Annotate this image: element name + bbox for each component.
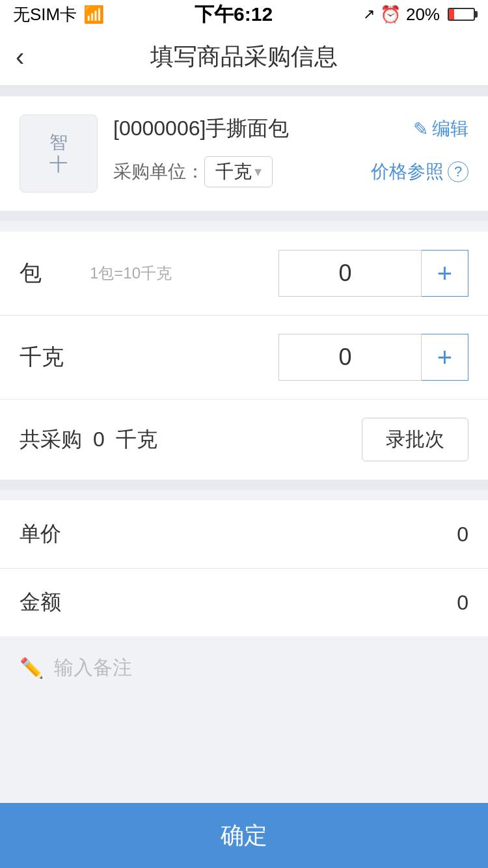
status-time: 下午6:12 [195,1,273,28]
kg-quantity-input[interactable] [278,334,422,381]
product-logo: 智 十 [49,131,68,175]
product-thumbnail: 智 十 [20,115,98,193]
status-bar: 无SIM卡 📶 下午6:12 ↗ ⏰ 20% [0,0,488,29]
price-section: 单价 0 金额 0 [0,500,488,636]
alarm-icon: ⏰ [380,5,401,25]
battery-icon [448,8,475,21]
wifi-icon: 📶 [83,5,104,25]
note-section[interactable]: ✏️ 输入备注 [0,636,488,699]
bag-plus-button[interactable]: + [422,250,468,297]
location-icon: ↗ [363,6,375,23]
amount-label: 金额 [20,588,61,617]
battery-percent: 20% [406,5,440,25]
kg-plus-button[interactable]: + [422,334,468,381]
nav-bar: ‹ 填写商品采购信息 [0,29,488,86]
status-right: ↗ ⏰ 20% [363,5,475,25]
bag-input-row: 包 1包=10千克 + [0,232,488,316]
bag-sublabel: 1包=10千克 [90,263,278,284]
bag-label: 包 [20,258,85,288]
unit-price-value: 0 [457,522,468,547]
chevron-down-icon: ▾ [254,163,262,180]
product-card: 智 十 [0000006]手撕面包 ✎ 编辑 采购单位： 千克 ▾ 价格参照 [0,96,488,211]
section-divider-1 [0,211,488,221]
product-name-row: [0000006]手撕面包 ✎ 编辑 [113,115,468,143]
unit-price-row: 单价 0 [0,500,488,569]
kg-input-control: + [278,334,468,381]
status-left: 无SIM卡 📶 [13,3,104,26]
unit-dropdown[interactable]: 千克 ▾ [204,156,273,187]
total-text: 共采购 0 千克 [20,426,157,454]
bag-input-control: + [278,250,468,297]
amount-value: 0 [457,591,468,615]
unit-label: 采购单位： [113,159,204,184]
unit-row: 采购单位： 千克 ▾ 价格参照 ? [113,156,468,187]
product-name: [0000006]手撕面包 [113,115,289,143]
note-placeholder: 输入备注 [54,655,132,681]
confirm-button[interactable]: 确定 [0,803,488,868]
unit-price-label: 单价 [20,520,61,549]
battery-fill [449,9,454,20]
price-ref-button[interactable]: 价格参照 ? [371,159,468,184]
pencil-icon: ✏️ [20,657,44,679]
back-button[interactable]: ‹ [16,42,24,72]
amount-row: 金额 0 [0,569,488,636]
kg-input-row: 千克 + [0,316,488,399]
edit-button[interactable]: ✎ 编辑 [413,116,468,141]
bag-quantity-input[interactable] [278,250,422,297]
total-row: 共采购 0 千克 录批次 [0,399,488,480]
top-divider [0,86,488,96]
section-divider-2 [0,480,488,490]
unit-selector-group: 采购单位： 千克 ▾ [113,156,273,187]
nav-title: 填写商品采购信息 [150,41,338,73]
kg-label: 千克 [20,342,85,372]
product-info: [0000006]手撕面包 ✎ 编辑 采购单位： 千克 ▾ 价格参照 ? [113,115,468,187]
input-section: 包 1包=10千克 + 千克 + [0,232,488,399]
carrier-label: 无SIM卡 [13,3,77,26]
batch-button[interactable]: 录批次 [362,418,468,461]
help-icon: ? [448,161,468,182]
edit-icon: ✎ [413,118,428,140]
